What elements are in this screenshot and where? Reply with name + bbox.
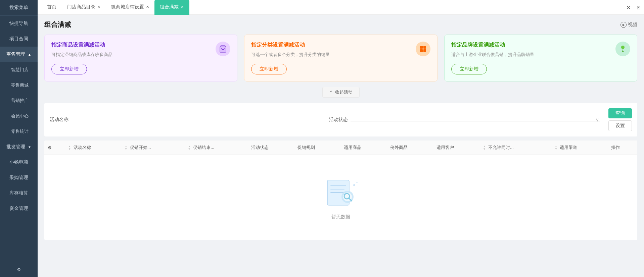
gear-icon: ⚙ — [48, 145, 52, 150]
col-promo-rule-label: 促销规则 — [297, 145, 315, 150]
sidebar-item-retail-stats[interactable]: 零售统计 — [0, 124, 38, 139]
col-activity-status: 活动状态 — [248, 141, 294, 155]
sidebar-item-finance[interactable]: 资金管理 — [0, 201, 38, 216]
col-applicable-channel-label: 适用渠道 — [560, 145, 577, 150]
col-applicable-customer: 适用客户 — [433, 141, 479, 155]
video-link[interactable]: ▶ 视频 — [620, 22, 637, 28]
col-applicable-goods: 适用商品 — [340, 141, 387, 155]
tab-store-catalog[interactable]: 门店商品目录 ✕ — [62, 0, 106, 15]
col-gear[interactable]: ⚙ — [44, 141, 65, 155]
col-applicable-goods-label: 适用商品 — [344, 145, 361, 150]
sidebar-settings-btn[interactable]: ⚙ — [0, 262, 38, 277]
sidebar-item-retail-mgmt[interactable]: 零售管理 — [0, 47, 38, 62]
tab-wechat-store-close[interactable]: ✕ — [146, 5, 149, 9]
sidebar-item-project-contract[interactable]: 项目合同 — [0, 31, 38, 47]
product-card: 指定商品设置满减活动 可指定滞销商品或库存较多商品 立即新增 — [44, 35, 237, 81]
sidebar-item-label: 批发管理 — [6, 144, 25, 150]
activity-status-label: 活动状态 — [329, 117, 348, 123]
col-promo-start[interactable]: ▲▼ 促销开始... — [121, 141, 185, 155]
col-not-allow-same-label: 不允许同时... — [488, 145, 514, 150]
filter-panel: 活动名称 活动状态 ∨ 查询 设置 — [44, 103, 637, 136]
empty-state: 暂无数据 — [44, 155, 637, 240]
sort-icon: ▲▼ — [125, 145, 127, 151]
category-card-desc: 可选一个或者多个分类，提升分类的销量 — [251, 51, 430, 58]
sidebar-item-label: 零售统计 — [11, 128, 29, 134]
sidebar-item-marketing[interactable]: 营销推广 — [0, 93, 38, 108]
query-button[interactable]: 查询 — [608, 108, 632, 118]
filter-activity-name: 活动名称 — [50, 116, 321, 124]
tab-home[interactable]: 首页 — [42, 0, 62, 15]
sidebar-search[interactable]: 搜索菜单 — [0, 0, 38, 16]
product-card-icon — [216, 42, 230, 56]
sidebar-item-wholesale-mgmt[interactable]: 批发管理 — [0, 139, 38, 155]
sidebar-item-label: 会员中心 — [11, 113, 29, 119]
cards-row: 指定商品设置满减活动 可指定滞销商品或库存较多商品 立即新增 指定分类设置满减活… — [44, 35, 637, 81]
tab-store-catalog-label: 门店商品目录 — [67, 4, 95, 10]
col-applicable-channel[interactable]: ▲▼ 适用渠道 — [551, 141, 608, 155]
settings-button[interactable]: 设置 — [608, 120, 632, 131]
tab-store-catalog-close[interactable]: ✕ — [97, 5, 100, 9]
tab-home-label: 首页 — [47, 4, 56, 10]
tab-combo-discount[interactable]: 组合满减 ✕ — [154, 0, 189, 15]
collapse-bar: ⌃ 收起活动 — [44, 87, 637, 98]
activity-name-input[interactable] — [71, 116, 321, 124]
activity-status-select[interactable]: ∨ — [351, 118, 600, 121]
collapse-btn-label: 收起活动 — [335, 89, 353, 95]
brand-card-title: 指定品牌设置满减活动 — [451, 42, 630, 49]
sidebar-item-retail-mall[interactable]: 零售商城 — [0, 77, 38, 93]
sidebar-item-label: 快捷导航 — [9, 20, 28, 26]
sidebar-item-quick-nav[interactable]: 快捷导航 — [0, 16, 38, 31]
product-card-title: 指定商品设置满减活动 — [51, 42, 230, 49]
collapse-activities-btn[interactable]: ⌃ 收起活动 — [322, 87, 360, 98]
sidebar-item-inventory[interactable]: 库存核算 — [0, 185, 38, 201]
filter-activity-status: 活动状态 ∨ — [329, 117, 600, 123]
col-promo-end[interactable]: ▲▼ 促销结束... — [185, 141, 248, 155]
svg-rect-1 — [423, 46, 426, 49]
svg-rect-3 — [423, 49, 426, 52]
col-activity-name-label: 活动名称 — [74, 145, 91, 150]
window-expand-btn[interactable]: ⊡ — [637, 5, 641, 10]
tab-combo-discount-close[interactable]: ✕ — [181, 5, 184, 9]
category-card-title: 指定分类设置满减活动 — [251, 42, 430, 49]
brand-card-icon — [615, 42, 630, 56]
col-exception-goods: 例外商品 — [387, 141, 433, 155]
page-title: 组合满减 — [44, 20, 71, 29]
sidebar: 搜索菜单 快捷导航 项目合同 零售管理 智慧门店 零售商城 营销推广 会员中心 … — [0, 0, 38, 277]
sidebar-item-purchase-mgmt[interactable]: 采购管理 — [0, 170, 38, 185]
chevron-down-icon: ∨ — [596, 117, 599, 122]
sidebar-item-label: 营销推广 — [11, 98, 29, 104]
main-area: 首页 门店商品目录 ✕ 微商城店铺设置 ✕ 组合满减 ✕ ✕ ⊡ 组合满减 ▶ … — [38, 0, 644, 277]
col-exception-goods-label: 例外商品 — [390, 145, 408, 150]
col-not-allow-same[interactable]: ▲▼ 不允许同时... — [479, 141, 551, 155]
sort-icon: ▲▼ — [483, 145, 486, 151]
collapse-chevron-icon: ⌃ — [329, 90, 333, 95]
sidebar-item-xiochang[interactable]: 小畅电商 — [0, 155, 38, 170]
col-operation-label: 操作 — [611, 145, 620, 150]
brand-card: 指定品牌设置满减活动 适合与上游企业联合做营销，提升品牌销量 立即新增 — [444, 35, 637, 81]
brand-card-btn[interactable]: 立即新增 — [451, 64, 487, 74]
data-table: ⚙ ▲▼ 活动名称 ▲▼ 促销开始... ▲▼ 促销结束... — [44, 141, 637, 155]
product-card-desc: 可指定滞销商品或库存较多商品 — [51, 51, 230, 58]
window-close-btn[interactable]: ✕ — [626, 4, 631, 10]
col-promo-rule: 促销规则 — [294, 141, 340, 155]
content-area: 组合满减 ▶ 视频 指定商品设置满减活动 可指定滞销商品或库存较多商品 — [38, 15, 644, 277]
video-label: 视频 — [628, 22, 637, 28]
sort-icon: ▲▼ — [188, 145, 191, 151]
tab-wechat-store-label: 微商城店铺设置 — [111, 4, 144, 10]
svg-point-14 — [353, 184, 355, 186]
sidebar-item-label: 采购管理 — [9, 175, 28, 181]
col-operation: 操作 — [608, 141, 637, 155]
data-table-wrapper: ⚙ ▲▼ 活动名称 ▲▼ 促销开始... ▲▼ 促销结束... — [44, 141, 637, 240]
tab-wechat-store[interactable]: 微商城店铺设置 ✕ — [106, 0, 154, 15]
col-activity-name[interactable]: ▲▼ 活动名称 — [65, 141, 121, 155]
brand-card-desc: 适合与上游企业联合做营销，提升品牌销量 — [451, 51, 630, 58]
sidebar-item-smart-store[interactable]: 智慧门店 — [0, 62, 38, 77]
svg-point-15 — [356, 182, 358, 183]
category-card-icon — [416, 42, 430, 56]
product-card-btn[interactable]: 立即新增 — [51, 64, 87, 74]
category-card-btn[interactable]: 立即新增 — [251, 64, 287, 74]
sidebar-item-label: 库存核算 — [9, 190, 28, 196]
table-header: ⚙ ▲▼ 活动名称 ▲▼ 促销开始... ▲▼ 促销结束... — [44, 141, 637, 155]
sidebar-item-member-center[interactable]: 会员中心 — [0, 108, 38, 124]
tab-combo-discount-label: 组合满减 — [160, 4, 179, 10]
